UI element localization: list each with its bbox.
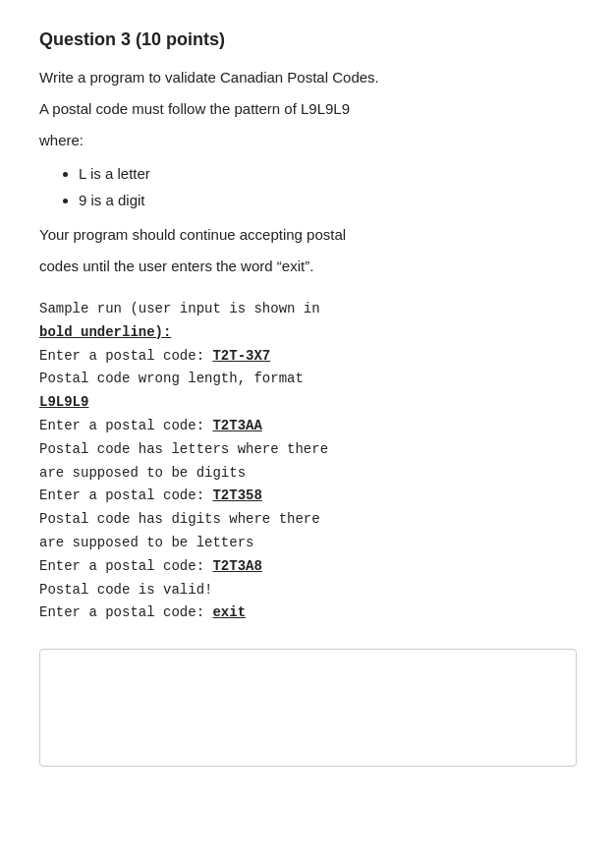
letters-where-msg: Postal code has letters where there xyxy=(39,441,328,457)
enter-prompt-2: Enter a postal code: xyxy=(39,418,212,433)
sample-line-6: Enter a postal code: T2T358 xyxy=(39,485,577,508)
bullet-item-letter: L is a letter xyxy=(79,160,577,187)
enter-prompt-3: Enter a postal code: xyxy=(39,487,212,503)
enter-prompt-1: Enter a postal code: xyxy=(39,348,212,364)
user-input-3: T2T358 xyxy=(212,487,261,503)
sample-run-header-line2: bold underline): xyxy=(39,321,577,345)
sample-line-9: Enter a postal code: T2T3A8 xyxy=(39,555,577,579)
sample-line-2: Postal code wrong length, format xyxy=(39,368,577,391)
sample-run-label: Sample run (user input is shown in xyxy=(39,301,320,316)
wrong-length-msg: Postal code wrong length, format xyxy=(39,371,304,386)
question-title: Question 3 (10 points) xyxy=(39,29,577,50)
description-line5: codes until the user enters the word “ex… xyxy=(39,255,577,278)
sample-line-3: Enter a postal code: T2T3AA xyxy=(39,415,577,438)
user-input-4: T2T3A8 xyxy=(212,558,261,574)
sample-line-7: Postal code has digits where there xyxy=(39,508,577,532)
enter-prompt-5: Enter a postal code: xyxy=(39,604,212,620)
bold-underline-label: bold underline): xyxy=(39,324,171,340)
digits-where-msg: Postal code has digits where there xyxy=(39,511,320,527)
sample-line-8: are supposed to be letters xyxy=(39,532,577,555)
supposed-digits-msg: are supposed to be digits xyxy=(39,465,246,481)
sample-run-header-line1: Sample run (user input is shown in xyxy=(39,298,577,321)
enter-prompt-4: Enter a postal code: xyxy=(39,558,212,574)
description-line4: Your program should continue accepting p… xyxy=(39,223,577,247)
sample-line-1: Enter a postal code: T2T-3X7 xyxy=(39,345,577,369)
format-label: L9L9L9 xyxy=(39,394,88,410)
sample-line-10: Postal code is valid! xyxy=(39,579,577,602)
supposed-letters-msg: are supposed to be letters xyxy=(39,535,253,550)
sample-line-11: Enter a postal code: exit xyxy=(39,602,577,625)
sample-run-section: Sample run (user input is shown in bold … xyxy=(39,298,577,625)
bullet-list: L is a letter 9 is a digit xyxy=(79,160,577,213)
bullet-item-digit: 9 is a digit xyxy=(79,187,577,213)
user-input-2: T2T3AA xyxy=(212,418,261,433)
sample-line-2b: L9L9L9 xyxy=(39,391,577,415)
description-line2: A postal code must follow the pattern of… xyxy=(39,97,577,121)
code-box[interactable] xyxy=(39,649,577,767)
description-line3: where: xyxy=(39,129,577,152)
valid-msg: Postal code is valid! xyxy=(39,582,212,598)
description-line1: Write a program to validate Canadian Pos… xyxy=(39,66,577,89)
user-input-5: exit xyxy=(212,604,246,620)
user-input-1: T2T-3X7 xyxy=(212,348,270,364)
sample-line-5: are supposed to be digits xyxy=(39,462,577,486)
sample-line-4: Postal code has letters where there xyxy=(39,438,577,462)
